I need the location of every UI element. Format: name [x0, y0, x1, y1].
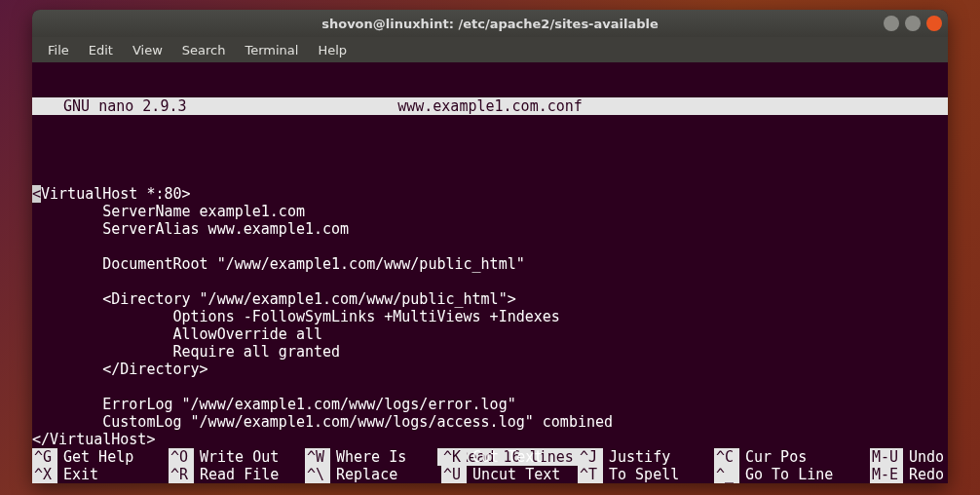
window-title: shovon@linuxhint: /etc/apache2/sites-ava… — [321, 17, 659, 31]
menu-view[interactable]: View — [125, 41, 170, 59]
menu-file[interactable]: File — [40, 41, 77, 59]
shortcut: ^GGet Help — [32, 448, 169, 466]
editor-line: ServerAlias www.example1.com — [32, 220, 948, 238]
menu-search[interactable]: Search — [174, 41, 234, 59]
shortcut: ^_Go To Line — [714, 466, 870, 483]
shortcut-row: ^XExit ^RRead File ^\Replace ^UUncut Tex… — [32, 466, 948, 483]
shortcut-key: ^J — [578, 448, 603, 466]
window-controls — [884, 16, 942, 31]
shortcut-row: ^GGet Help ^OWrite Out ^WWhere Is ^KCut … — [32, 448, 948, 466]
shortcut-label: Write Out — [194, 448, 279, 466]
editor-line: ErrorLog "/www/example1.com/www/logs/err… — [32, 396, 948, 413]
editor-line: </Directory> — [32, 361, 948, 378]
terminal-area[interactable]: GNU nano 2.9.3 www.example1.com.conf <Vi… — [32, 62, 948, 483]
minimize-button[interactable] — [884, 16, 899, 31]
editor-line — [32, 168, 948, 185]
shortcut: ^RRead File — [169, 466, 305, 483]
shortcut-key: ^R — [169, 466, 194, 483]
status-row: [ Read 16 lines ] — [32, 431, 948, 448]
editor-line: Options -FollowSymLinks +MultiViews +Ind… — [32, 308, 948, 325]
shortcut-key: ^T — [578, 466, 603, 483]
shortcut-key: ^U — [441, 466, 467, 483]
close-button[interactable] — [926, 16, 942, 31]
shortcut: ^\Replace — [305, 466, 441, 483]
shortcut: M-UUndo — [870, 448, 948, 466]
menu-terminal[interactable]: Terminal — [237, 41, 306, 59]
shortcut-key: ^O — [169, 448, 194, 466]
editor-content[interactable]: <VirtualHost *:80> ServerName example1.c… — [32, 168, 948, 448]
shortcut-key: M-U — [870, 448, 903, 466]
shortcut: ^KCut Text — [441, 448, 578, 466]
shortcut: ^WWhere Is — [305, 448, 441, 466]
nano-filename: www.example1.com.conf — [363, 97, 617, 115]
shortcut-key: ^K — [441, 448, 467, 466]
shortcut-key: M-E — [870, 466, 903, 483]
shortcut-label: Get Help — [57, 448, 133, 466]
cursor: < — [32, 185, 41, 203]
menu-edit[interactable]: Edit — [81, 41, 121, 59]
shortcut-label: Justify — [603, 448, 670, 466]
editor-line: CustomLog "/www/example1.com/www/logs/ac… — [32, 413, 948, 431]
editor-line: Require all granted — [32, 343, 948, 361]
shortcut: ^UUncut Text — [441, 466, 578, 483]
editor-line: AllowOverride all — [32, 325, 948, 343]
maximize-button[interactable] — [905, 16, 921, 31]
editor-line: DocumentRoot "/www/example1.com/www/publ… — [32, 255, 948, 273]
editor-line: ServerName example1.com — [32, 203, 948, 220]
shortcut-label: Redo — [903, 466, 944, 483]
shortcut-label: Undo — [903, 448, 944, 466]
shortcut-label: Uncut Text — [467, 466, 560, 483]
shortcut-label: Exit — [57, 466, 98, 483]
terminal-window: shovon@linuxhint: /etc/apache2/sites-ava… — [32, 10, 948, 483]
shortcut-key: ^G — [32, 448, 57, 466]
editor-line — [32, 378, 948, 396]
nano-header: GNU nano 2.9.3 www.example1.com.conf — [32, 97, 948, 115]
shortcut-key: ^\ — [305, 466, 330, 483]
shortcut-key: ^X — [32, 466, 57, 483]
editor-line: <VirtualHost *:80> — [32, 185, 948, 203]
shortcut-label: Read File — [194, 466, 279, 483]
shortcut-label: Cur Pos — [739, 448, 807, 466]
shortcut-key: ^C — [714, 448, 739, 466]
shortcut: M-ERedo — [870, 466, 948, 483]
shortcut: ^OWrite Out — [169, 448, 305, 466]
shortcut-label: Cut Text — [467, 448, 543, 466]
editor-line — [32, 238, 948, 255]
shortcut-label: Replace — [330, 466, 397, 483]
titlebar[interactable]: shovon@linuxhint: /etc/apache2/sites-ava… — [32, 10, 948, 37]
shortcut: ^JJustify — [578, 448, 714, 466]
shortcut: ^CCur Pos — [714, 448, 870, 466]
shortcut-key: ^_ — [714, 466, 739, 483]
shortcut-label: To Spell — [603, 466, 679, 483]
shortcut-bar: ^GGet Help ^OWrite Out ^WWhere Is ^KCut … — [32, 448, 948, 483]
editor-line — [32, 273, 948, 290]
menubar: File Edit View Search Terminal Help — [32, 37, 948, 62]
nano-version: GNU nano 2.9.3 — [32, 97, 363, 115]
shortcut: ^TTo Spell — [578, 466, 714, 483]
shortcut: ^XExit — [32, 466, 169, 483]
shortcut-label: Go To Line — [739, 466, 833, 483]
shortcut-label: Where Is — [330, 448, 406, 466]
menu-help[interactable]: Help — [310, 41, 355, 59]
editor-line: <Directory "/www/example1.com/www/public… — [32, 290, 948, 308]
shortcut-key: ^W — [305, 448, 330, 466]
